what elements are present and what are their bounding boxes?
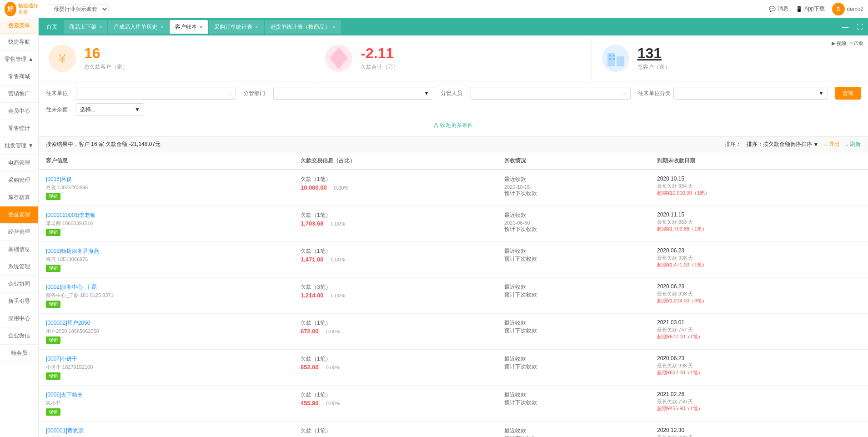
sidebar-item-ecommerce[interactable]: 电商管理 — [0, 155, 38, 172]
customer-name-4[interactable]: [000002]用户2050 — [46, 320, 90, 326]
sidebar-item-purchase-mgmt[interactable]: 采购管理 — [0, 172, 38, 189]
overdue-link-2[interactable]: 超期¥1,471.00（1笔） — [657, 261, 861, 268]
sidebar-item-retail-stats[interactable]: 零售统计 — [0, 120, 38, 137]
message-btn[interactable]: 💬 消息 — [769, 5, 788, 13]
overdue-link-1[interactable]: 超期¥1,703.68（1笔） — [657, 226, 861, 232]
collection-label-4: 最近收款 — [504, 319, 657, 327]
stat-info-debt-total: -2.11 欠款合计（万） — [361, 46, 399, 71]
sidebar-item-inventory-check[interactable]: 库存核算 — [0, 189, 38, 206]
sidebar-item-enterprise-collab[interactable]: 企业协同 — [0, 276, 38, 293]
export-btn[interactable]: ○ 导出 — [824, 141, 840, 148]
tab-collapse-btn[interactable]: — — [839, 22, 851, 31]
user-menu[interactable]: D demo2 — [832, 3, 863, 15]
stat-value-debt-customers: 16 — [84, 46, 128, 60]
overdue-link-5[interactable]: 超期¥652.00（1笔） — [657, 369, 861, 376]
tab-production-history-label: 产成品入库单历史 — [114, 23, 157, 31]
logo-area: 好 畅捷通好生意 — [5, 2, 43, 16]
customer-name-6[interactable]: [0006]去下粮仓 — [46, 392, 83, 398]
customer-name-7[interactable]: [000001]黄思源 — [46, 427, 84, 434]
collapse-filters-btn[interactable]: ⋀ 收起更多条件 — [46, 120, 861, 131]
customer-name-0[interactable]: [0016]吕俊 — [46, 176, 72, 182]
sidebar-search[interactable]: 搜索菜单 — [0, 18, 38, 34]
sidebar-item-quick-nav[interactable]: 快捷导航 — [0, 34, 38, 51]
filter-source-unit-input[interactable]: ... — [76, 87, 236, 100]
industry-select[interactable]: 母婴行业演示账套 — [48, 4, 109, 14]
result-debt-prefix: 欠款金额 — [105, 141, 127, 147]
sidebar-item-retail-mall[interactable]: 零售商城 — [0, 68, 38, 85]
tab-production-history-close[interactable]: × — [160, 24, 163, 30]
search-button[interactable]: 查询 — [835, 87, 861, 100]
customer-name-5[interactable]: [0007]小进干 — [46, 356, 77, 362]
result-customer-unit: 家 — [99, 141, 104, 147]
due-date-2: 2020.06.23 — [657, 247, 861, 254]
tab-purchase-order[interactable]: 采购订单统计表 × — [209, 20, 263, 34]
tab-customer-account[interactable]: 客户账本 × — [170, 20, 208, 34]
filter-source-unit-class-select[interactable]: ▼ — [673, 87, 828, 100]
tab-home[interactable]: 首页 — [41, 20, 63, 34]
tab-product-offshelf[interactable]: 商品上下架 × — [64, 20, 107, 34]
sidebar-item-batch-mgmt[interactable]: 批发管理 ▼ — [0, 137, 38, 155]
tab-product-offshelf-label: 商品上下架 — [69, 23, 96, 31]
collection-label-5: 最近收款 — [504, 355, 657, 363]
debt-info-6: 欠款（1笔） 455.90 0.00% — [301, 391, 504, 416]
tab-product-offshelf-close[interactable]: × — [99, 24, 102, 30]
sidebar-item-retail-mgmt[interactable]: 零售管理 ▲ — [0, 51, 38, 68]
customer-badge-3: 现销 — [46, 301, 60, 308]
sidebar-item-sys-mgmt[interactable]: 系统管理 — [0, 258, 38, 276]
sort-label: 排序： — [725, 141, 741, 148]
overdue-days-3: 最长欠款 998 天 — [657, 291, 861, 297]
view-video-btn[interactable]: ▶ 视频 — [832, 40, 846, 47]
tab-expand-btn[interactable]: ⛶ — [854, 22, 866, 31]
collection-info-6: 最近收款 预计下次收款 — [504, 391, 657, 416]
overdue-info-3: 2020.06.23 最长欠款 998 天 超期¥1,214.00（3笔） — [657, 283, 861, 308]
sidebar-item-enterprise-wechat[interactable]: 企业微信 — [0, 327, 38, 345]
tab-customer-account-close[interactable]: × — [200, 24, 202, 30]
sidebar-item-vip-member[interactable]: 畅会员 — [0, 345, 38, 362]
tab-inbound-stats[interactable]: 进货单统计表（按商品） × — [265, 20, 341, 34]
refresh-btn[interactable]: ○ 刷新 — [845, 141, 861, 148]
app-download-icon: 📱 — [796, 6, 803, 12]
sidebar-item-base-info[interactable]: 基础信息 — [0, 241, 38, 258]
customer-sub-4: 用户2050 18665062050 — [46, 328, 301, 335]
collection-label-2: 最近收款 — [504, 247, 657, 255]
app-download-btn[interactable]: 📱 App下载 — [796, 5, 825, 13]
filter-source-unit-class-label: 往来单位分类 — [638, 90, 671, 97]
sidebar-item-finance-mgmt[interactable]: 资金管理 — [0, 206, 38, 224]
tab-purchase-order-close[interactable]: × — [255, 24, 258, 30]
tab-production-history[interactable]: 产成品入库单历史 × — [108, 20, 168, 34]
debt-ratio-3: 0.00% — [331, 293, 345, 298]
next-collection-2: 预计下次收款 — [504, 255, 657, 263]
customer-badge-1: 现销 — [46, 229, 60, 236]
filter-source-unit-class-arrow: ▼ — [818, 90, 824, 96]
debt-ratio-2: 0.00% — [331, 257, 345, 262]
collection-info-4: 最近收款 预计下次收款 — [504, 319, 657, 344]
customer-sub-5: 小进干 18279152100 — [46, 364, 301, 371]
sidebar-item-new-guide[interactable]: 新手引导 — [0, 293, 38, 310]
overdue-link-0[interactable]: 超期¥10,000.00（1笔） — [657, 190, 861, 196]
sort-arrow-icon: ▼ — [813, 141, 819, 148]
collection-label-3: 最近收款 — [504, 283, 657, 291]
col-header-collection: 回收情况 — [504, 157, 657, 165]
sidebar-item-marketing[interactable]: 营销推广 — [0, 85, 38, 103]
result-debt-amount: -21,148.07元 — [129, 141, 161, 147]
tab-inbound-stats-close[interactable]: × — [333, 24, 336, 30]
customer-name-1[interactable]: [0001020001]李老师 — [46, 212, 95, 218]
overdue-link-4[interactable]: 超期¥672.00（1笔） — [657, 333, 861, 340]
sidebar-item-member-center[interactable]: 会员中心 — [0, 103, 38, 120]
sidebar-item-app-center[interactable]: 应用中心 — [0, 310, 38, 327]
overdue-link-6[interactable]: 超期¥455.90（1笔） — [657, 405, 861, 412]
filter-balance-select[interactable]: 选择... ▼ — [76, 103, 144, 116]
overdue-info-5: 2020.06.23 最长欠款 998 天 超期¥652.00（1笔） — [657, 355, 861, 380]
filter-person-input[interactable]: ··· — [471, 87, 631, 100]
filter-department-select[interactable]: ▼ — [273, 87, 433, 100]
tab-bar-right: — ⛶ — [839, 22, 866, 31]
help-btn[interactable]: ? 帮助 — [850, 40, 863, 47]
customer-name-2[interactable]: [0003]畅捷服务尹海燕 — [46, 248, 99, 254]
result-prefix: 搜索结果中，客户 — [46, 141, 90, 147]
overdue-link-3[interactable]: 超期¥1,214.00（3笔） — [657, 297, 861, 304]
customer-name-3[interactable]: [0002]服务中心_丁磊 — [46, 284, 97, 290]
filter-source-unit-class: 往来单位分类 ▼ — [638, 87, 828, 100]
due-date-5: 2020.06.23 — [657, 355, 861, 362]
sidebar-item-ops-mgmt[interactable]: 经营管理 — [0, 224, 38, 241]
sort-select[interactable]: 排序：按欠款金额倒序排序 ▼ — [747, 141, 819, 148]
